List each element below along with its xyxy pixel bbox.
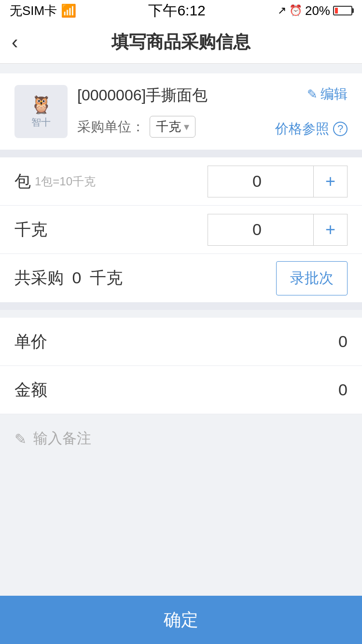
unit-value: 千克 bbox=[156, 118, 181, 135]
battery-bar bbox=[333, 6, 352, 15]
amount-value: 0 bbox=[338, 380, 348, 399]
total-prefix: 共采购 bbox=[14, 268, 64, 287]
help-icon: ? bbox=[333, 122, 348, 136]
unit-price-value: 0 bbox=[338, 332, 348, 351]
total-unit: 千克 bbox=[90, 268, 123, 287]
product-id: [0000006] bbox=[77, 86, 146, 104]
amount-label: 金额 bbox=[14, 379, 47, 401]
kg-quantity-input[interactable] bbox=[208, 214, 314, 246]
price-ref-button[interactable]: 价格参照 ? bbox=[275, 120, 348, 138]
total-label: 共采购 0 千克 bbox=[14, 267, 123, 289]
carrier-label: 无SIM卡 bbox=[10, 2, 57, 19]
edit-label: 编辑 bbox=[320, 85, 348, 103]
location-icon: ↗ bbox=[278, 4, 286, 17]
unit-price-label: 单价 bbox=[14, 331, 47, 353]
wifi-icon: 📶 bbox=[61, 3, 76, 18]
product-title: 手撕面包 bbox=[146, 86, 208, 104]
product-img-inner: 🦉 智十 bbox=[22, 92, 60, 131]
unit-prefix-label: 采购单位： bbox=[77, 118, 145, 136]
price-section: 单价 0 金额 0 bbox=[0, 318, 362, 414]
status-bar: 无SIM卡 📶 下午6:12 ↗ ⏰ 20% bbox=[0, 0, 362, 21]
dropdown-icon: ▾ bbox=[184, 121, 189, 133]
brand-label: 智十 bbox=[31, 116, 51, 129]
product-image: 🦉 智十 bbox=[14, 85, 68, 138]
kg-row: 千克 + bbox=[0, 206, 362, 254]
section-divider-2 bbox=[0, 302, 362, 310]
confirm-button[interactable]: 确定 bbox=[0, 596, 362, 644]
nav-bar: ‹ 填写商品采购信息 bbox=[0, 21, 362, 64]
edit-icon: ✎ bbox=[307, 87, 318, 102]
kg-input-group: + bbox=[208, 214, 348, 246]
bag-label: 包 bbox=[14, 170, 31, 193]
bag-quantity-input[interactable] bbox=[208, 166, 314, 197]
input-section: 包 1包=10千克 + 千克 + 共采购 0 千克 录批次 bbox=[0, 157, 362, 302]
bag-plus-button[interactable]: + bbox=[314, 166, 348, 197]
pencil-icon: ✎ bbox=[14, 431, 27, 448]
record-batch-button[interactable]: 录批次 bbox=[276, 261, 348, 295]
help-label: ? bbox=[337, 123, 343, 135]
kg-plus-button[interactable]: + bbox=[314, 214, 348, 246]
alarm-icon: ⏰ bbox=[289, 4, 302, 17]
battery-fill bbox=[335, 8, 338, 14]
price-ref-label: 价格参照 bbox=[275, 120, 329, 138]
unit-select[interactable]: 千克 ▾ bbox=[150, 116, 195, 138]
bag-sublabel: 1包=10千克 bbox=[35, 174, 96, 189]
total-amount: 0 bbox=[72, 268, 81, 287]
bag-input-group: + bbox=[208, 166, 348, 197]
product-card: 🦉 智十 [0000006]手撕面包 采购单位： 千克 ▾ ✎ 编辑 价格参照 … bbox=[0, 73, 362, 150]
battery-pct: 20% bbox=[305, 3, 330, 18]
amount-row: 金额 0 bbox=[0, 366, 362, 414]
section-divider bbox=[0, 150, 362, 157]
bag-row: 包 1包=10千克 + bbox=[0, 157, 362, 206]
edit-button[interactable]: ✎ 编辑 bbox=[307, 85, 348, 103]
status-left: 无SIM卡 📶 bbox=[10, 2, 76, 19]
status-time: 下午6:12 bbox=[148, 1, 205, 21]
back-arrow-icon: ‹ bbox=[12, 31, 18, 53]
page-title: 填写商品采购信息 bbox=[111, 30, 251, 54]
status-right: ↗ ⏰ 20% bbox=[278, 3, 352, 18]
kg-label: 千克 bbox=[14, 219, 47, 241]
total-row: 共采购 0 千克 录批次 bbox=[0, 254, 362, 302]
unit-price-row: 单价 0 bbox=[0, 318, 362, 366]
owl-icon: 🦉 bbox=[30, 95, 52, 115]
remark-placeholder: 输入备注 bbox=[33, 429, 91, 448]
remark-section[interactable]: ✎ 输入备注 bbox=[0, 414, 362, 482]
back-button[interactable]: ‹ bbox=[12, 31, 18, 53]
